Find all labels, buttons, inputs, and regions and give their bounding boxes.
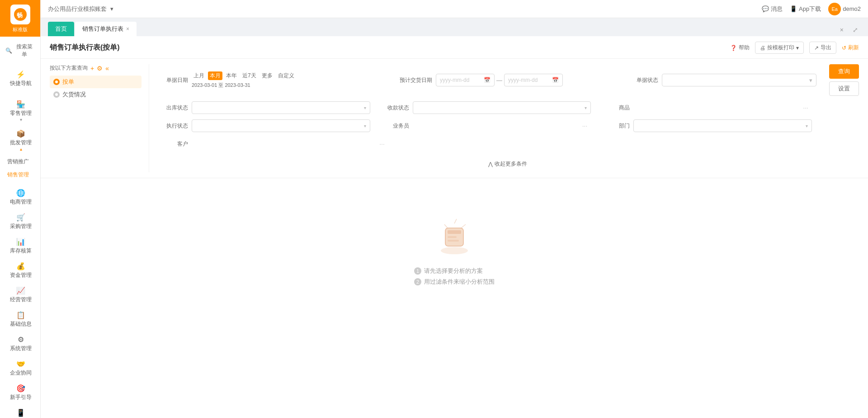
salesperson-dots[interactable]: ···	[582, 122, 588, 129]
sidebar-item-retail[interactable]: 🏪 零售管理 ▾	[0, 96, 40, 126]
date-tab-custom[interactable]: 自定义	[276, 71, 296, 80]
goods-select[interactable]: ···	[633, 101, 812, 114]
topbar: 办公用品行业模拟账套 ▾ 💬 消息 📱 App下载 Ea demo2	[41, 0, 868, 18]
execution-label: 执行状态	[156, 122, 188, 130]
scheme-dot-orange	[53, 79, 60, 85]
filter-scheme-item-欠货情况[interactable]: 欠货情况	[50, 88, 142, 101]
status-select[interactable]: ▾	[662, 74, 816, 86]
avatar: Ea	[828, 3, 841, 15]
delivery-end-input[interactable]: yyyy-mm-dd 📅	[504, 74, 563, 86]
filter-row-3: 执行状态 ▾ 业务员 ···	[156, 119, 859, 132]
collapse-more-button[interactable]: ⋀ 收起更多条件	[486, 157, 530, 171]
page-header: 销售订单执行表(按单) ❓ 帮助 🖨 按模板打印 ▾ ↗ 导出 ↺ 刷新	[41, 36, 868, 59]
collection-select[interactable]: ▾	[413, 101, 591, 114]
refresh-label: 刷新	[848, 44, 859, 52]
calendar-icon-2: 📅	[552, 77, 559, 83]
svg-text:畅: 畅	[17, 12, 23, 19]
tab-close-window-button[interactable]: ×	[837, 25, 846, 34]
collection-arrow: ▾	[585, 105, 587, 110]
svg-line-8	[461, 224, 466, 228]
tip-num-2: 2	[414, 278, 421, 285]
salesperson-select[interactable]: ···	[413, 119, 591, 132]
user-profile[interactable]: Ea demo2	[828, 3, 861, 15]
svg-line-9	[444, 224, 448, 228]
sidebar-item-operations[interactable]: 📈 经营管理	[0, 283, 40, 307]
department-select[interactable]: ▾	[633, 119, 812, 132]
department-arrow: ▾	[806, 124, 808, 128]
company-name: 办公用品行业模拟账套	[48, 5, 107, 13]
collapse-scheme-button[interactable]: «	[105, 65, 109, 72]
logo-text: 标准版	[13, 26, 28, 33]
tab-home[interactable]: 首页	[48, 22, 74, 36]
tabbar: 首页 销售订单执行表 × × ⤢	[41, 18, 868, 36]
sidebar-item-ecommerce[interactable]: 🌐 电商管理	[0, 185, 40, 209]
setting-scheme-button[interactable]: ⚙	[97, 65, 103, 72]
sidebar-sub-item-sales[interactable]: 销售管理	[0, 168, 40, 181]
add-scheme-button[interactable]: +	[90, 65, 94, 72]
delivery-end-placeholder: yyyy-mm-dd	[508, 77, 538, 83]
export-button[interactable]: ↗ 导出	[809, 42, 836, 54]
action-buttons: 查询 设置	[829, 64, 859, 96]
customer-select[interactable]: ···	[192, 138, 388, 150]
svg-line-7	[454, 219, 457, 223]
sidebar-search[interactable]: 🔍 搜索菜单	[0, 37, 40, 65]
date-tab-more[interactable]: 更多	[260, 71, 274, 80]
page-content: 销售订单执行表(按单) ❓ 帮助 🖨 按模板打印 ▾ ↗ 导出 ↺ 刷新	[41, 36, 868, 418]
tab-close-icon[interactable]: ×	[126, 26, 129, 32]
filter-field-outbound: 出库状态 ▾	[156, 101, 370, 114]
scheme-label-欠货情况: 欠货情况	[62, 90, 86, 99]
tip-text-1: 请先选择要分析的方案	[424, 267, 483, 275]
date-tab-7days[interactable]: 近7天	[241, 71, 258, 80]
collection-label: 收款状态	[377, 104, 409, 112]
execution-select[interactable]: ▾	[192, 119, 370, 132]
query-button[interactable]: 查询	[829, 64, 859, 79]
sidebar-item-basic[interactable]: 📋 基础信息	[0, 307, 40, 332]
date-range-text: 2023-03-01 至 2023-03-31	[192, 82, 384, 89]
print-label: 按模板打印	[767, 44, 794, 52]
date-tab-this-year[interactable]: 本年	[224, 71, 239, 80]
goods-dots[interactable]: ···	[803, 104, 808, 111]
outbound-select[interactable]: ▾	[192, 101, 370, 114]
refresh-button[interactable]: ↺ 刷新	[842, 44, 859, 52]
sidebar-item-enterprise[interactable]: 🤝 企业协同	[0, 356, 40, 380]
sidebar-item-shortcuts[interactable]: ⚡ 快捷导航	[0, 66, 40, 91]
sidebar-item-system[interactable]: ⚙ 系统管理	[0, 332, 40, 356]
tab-sales-execution[interactable]: 销售订单执行表 ×	[75, 22, 137, 36]
sidebar-item-purchase[interactable]: 🛒 采购管理	[0, 209, 40, 234]
print-button[interactable]: 🖨 按模板打印 ▾	[755, 42, 804, 54]
tab-home-label: 首页	[55, 25, 67, 33]
filter-field-execution: 执行状态 ▾	[156, 119, 370, 132]
sidebar-sub-item-marketing[interactable]: 营销推广	[0, 155, 40, 168]
app-download-button[interactable]: 📱 App下载	[790, 5, 821, 13]
help-icon: ❓	[730, 45, 737, 51]
date-tab-this-month[interactable]: 本月	[208, 71, 222, 80]
sidebar-item-inventory[interactable]: 📊 库存核算	[0, 234, 40, 258]
search-menu-button[interactable]: 🔍 搜索菜单	[4, 41, 37, 60]
filter-scheme-item-按单[interactable]: 按单	[50, 76, 142, 88]
tab-sales-execution-label: 销售订单执行表	[82, 25, 123, 33]
scheme-dot-grey	[53, 91, 60, 98]
filter-field-department: 部门 ▾	[598, 119, 812, 132]
empty-state: 1 请先选择要分析的方案 2 用过滤条件来缩小分析范围	[41, 178, 868, 325]
app-download-label: App下载	[799, 5, 821, 13]
sidebar-item-wholesale[interactable]: 📦 批发管理 ▴	[0, 126, 40, 155]
date-tab-last-month[interactable]: 上月	[192, 71, 206, 80]
filter-field-delivery: 预计交货日期 yyyy-mm-dd 📅 — yyyy-mm-dd 📅	[392, 74, 619, 86]
message-button[interactable]: 💬 消息	[762, 5, 783, 13]
sidebar-item-newbie[interactable]: 🎯 新手引导	[0, 380, 40, 405]
sidebar-item-apps[interactable]: 📱 应用中心	[0, 405, 40, 418]
salesperson-label: 业务员	[377, 122, 409, 130]
export-icon: ↗	[814, 45, 819, 51]
calendar-icon: 📅	[484, 77, 491, 83]
collapse-bar: ⋀ 收起更多条件	[156, 156, 859, 172]
customer-dots[interactable]: ···	[379, 140, 385, 147]
tab-maximize-button[interactable]: ⤢	[850, 25, 861, 34]
sidebar-item-finance[interactable]: 💰 资金管理	[0, 258, 40, 283]
delivery-start-input[interactable]: yyyy-mm-dd 📅	[436, 74, 495, 86]
settings-button[interactable]: 设置	[829, 81, 859, 96]
empty-tip-2: 2 用过滤条件来缩小分析范围	[414, 278, 495, 286]
execution-arrow: ▾	[364, 124, 366, 128]
outbound-label: 出库状态	[156, 104, 188, 112]
topbar-arrow[interactable]: ▾	[110, 5, 113, 12]
help-button[interactable]: ❓ 帮助	[730, 44, 750, 52]
